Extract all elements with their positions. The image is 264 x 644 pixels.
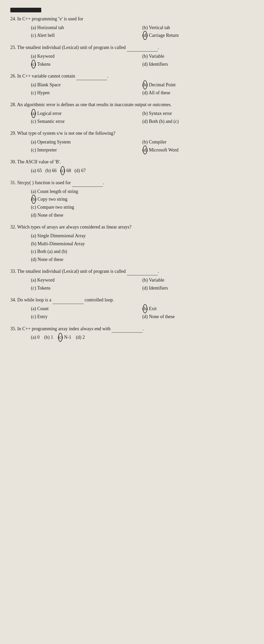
q26-option-b: (b) Decimal Point <box>142 81 254 89</box>
question-33: 33. The smallest individual (Lexical) un… <box>10 268 254 292</box>
q29-option-a: (a) Operating System <box>31 138 142 146</box>
q26-text: 26. In C++ variable cannot contain . <box>10 73 254 80</box>
q35-options: (a) 0 (b) 1 (c) N-1 (d) 2 <box>31 333 254 341</box>
q32-option-b: (b) Multi-Dimensional Array <box>31 240 254 248</box>
q33-option-a: (a) Keyword <box>31 276 142 284</box>
q30-options: (a) 65 (b) 66 (c) 68 (d) 67 <box>31 167 254 175</box>
q26-option-d: (d) All of these <box>142 89 254 97</box>
q24-option-c: (c) Alert bell <box>31 31 142 39</box>
q35-answer-c: c <box>59 333 61 341</box>
q34-options: (a) Count (b) Exit (c) Entry (d) None of… <box>31 305 254 320</box>
q28-option-c: (c) Semantic error <box>31 117 142 125</box>
question-26: 26. In C++ variable cannot contain . (a)… <box>10 73 254 97</box>
question-34: 34. Do while loop is a controlled loop. … <box>10 296 254 320</box>
q29-option-c: (c) Interpreter <box>31 146 142 154</box>
q34-option-d: (d) None of these <box>142 313 254 321</box>
q25-options: (a) Keyword (b) Variable (c) Tokens (d) … <box>31 52 254 68</box>
question-25: 25. The smallest individual (Lexical) un… <box>10 44 254 68</box>
q34-option-b: (b) Exit <box>142 305 254 313</box>
q30-text: 30. The ASCII value of 'B'. <box>10 158 254 166</box>
q35-number: 35. <box>10 326 16 331</box>
q32-text: 32. Which types of arrays are always con… <box>10 224 254 231</box>
question-28: 28. An algorithmic error is defines as o… <box>10 101 254 125</box>
question-35: 35. In C++ programming array index alway… <box>10 325 254 341</box>
questions-container: 24. In C++ programming '\r' is used for … <box>10 15 254 341</box>
q34-option-a: (a) Count <box>31 305 142 313</box>
question-29: 29. What type of system s/w is not one o… <box>10 130 254 154</box>
q24-text: 24. In C++ programming '\r' is used for <box>10 15 254 23</box>
q30-answer-c: c <box>62 167 64 175</box>
q26-answer-b: b <box>144 81 146 89</box>
q29-option-d: (d) Microsoft Word <box>142 146 254 154</box>
q33-options: (a) Keyword (b) Variable (c) Tokens (d) … <box>31 276 254 292</box>
q24-options: (a) Horizontal tab (b) Vertical tab (c) … <box>31 24 254 39</box>
q32-option-d: (d) None of these <box>31 256 254 264</box>
q24-option-a: (a) Horizontal tab <box>31 24 142 32</box>
q32-number: 32. <box>10 224 16 230</box>
question-24: 24. In C++ programming '\r' is used for … <box>10 15 254 39</box>
q25-option-a: (a) Keyword <box>31 52 142 60</box>
question-31: 31. Strcpy( ) function is used for . (a)… <box>10 179 254 219</box>
q28-text: 28. An algorithmic error is defines as o… <box>10 101 254 108</box>
q24-number: 24. <box>10 16 16 21</box>
q26-options: (a) Blank Space (b) Decimal Point (c) Hy… <box>31 81 254 97</box>
q34-blank <box>53 296 84 304</box>
q29-number: 29. <box>10 131 16 136</box>
q26-option-a: (a) Blank Space <box>31 81 142 89</box>
q26-option-c: (c) Hypen <box>31 89 142 97</box>
q25-option-b: (b) Variable <box>142 52 254 60</box>
q24-option-d: (d) Carriage Return <box>142 31 254 39</box>
top-bar <box>10 8 41 12</box>
q25-text: 25. The smallest individual (Lexical) un… <box>10 44 254 51</box>
q31-number: 31. <box>10 180 16 185</box>
q31-option-d: (d) None of these <box>31 211 254 219</box>
q33-text: 33. The smallest individual (Lexical) un… <box>10 268 254 275</box>
q33-option-d: (d) Identifiers <box>142 284 254 292</box>
q34-number: 34. <box>10 297 16 302</box>
q31-answer-b: b <box>32 195 35 203</box>
q33-option-c: (c) Tokens <box>31 284 142 292</box>
q34-text: 34. Do while loop is a controlled loop. <box>10 296 254 304</box>
q25-answer-c: c <box>32 60 35 68</box>
q25-number: 25. <box>10 45 16 50</box>
q24-option-b: (b) Vertical tab <box>142 24 254 32</box>
q32-options: (a) Single Dimensional Array (b) Multi-D… <box>31 232 254 263</box>
q31-text: 31. Strcpy( ) function is used for . <box>10 179 254 187</box>
q28-number: 28. <box>10 102 16 107</box>
q32-option-a: (a) Single Dimensional Array <box>31 232 254 240</box>
q29-option-b: (b) Compiler <box>142 138 254 146</box>
q30-number: 30. <box>10 159 16 164</box>
q29-options: (a) Operating System (b) Compiler (c) In… <box>31 138 254 154</box>
q35-text: 35. In C++ programming array index alway… <box>10 325 254 333</box>
q26-number: 26. <box>10 73 16 79</box>
q31-option-b: (b) Copy two string <box>31 195 254 203</box>
q28-answer-a: a <box>32 109 35 117</box>
q34-option-c: (c) Entry <box>31 313 142 321</box>
q28-option-d: (d) Both (b) and (c) <box>142 117 254 125</box>
q28-options: (a) Logical error (b) Syntax error (c) S… <box>31 109 254 125</box>
q24-answer-d: d <box>144 31 146 39</box>
q31-options: (a) Count length of string (b) Copy two … <box>31 188 254 219</box>
q34-answer-b: b <box>144 305 146 313</box>
q25-blank <box>127 44 158 52</box>
q31-option-a: (a) Count length of string <box>31 188 254 196</box>
q33-blank <box>127 268 158 275</box>
q28-option-b: (b) Syntax error <box>142 109 254 117</box>
q35-blank <box>112 325 143 333</box>
q25-option-d: (d) Identifiers <box>142 60 254 68</box>
q29-text: 29. What type of system s/w is not one o… <box>10 130 254 137</box>
q26-blank <box>76 73 107 80</box>
q32-option-c: (c) Both (a) and (b) <box>31 248 254 256</box>
q31-blank <box>72 179 103 187</box>
question-30: 30. The ASCII value of 'B'. (a) 65 (b) 6… <box>10 158 254 174</box>
q33-option-b: (b) Variable <box>142 276 254 284</box>
q29-answer-d: d <box>144 146 146 154</box>
q25-option-c: (c) Tokens <box>31 60 142 68</box>
question-32: 32. Which types of arrays are always con… <box>10 224 254 263</box>
q28-option-a: (a) Logical error <box>31 109 142 117</box>
q31-option-c: (c) Compare two string <box>31 203 254 211</box>
q33-number: 33. <box>10 269 16 274</box>
